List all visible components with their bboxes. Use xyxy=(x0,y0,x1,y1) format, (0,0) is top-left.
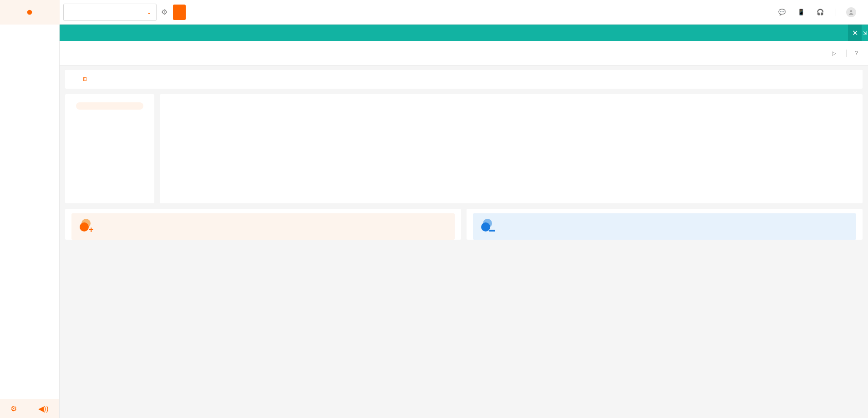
income-panel: + xyxy=(65,209,461,240)
try-plan-button[interactable] xyxy=(173,5,186,20)
expense-panel xyxy=(467,209,863,240)
collapse-icon[interactable]: ◀)) xyxy=(38,404,49,413)
query-row: 🗓 xyxy=(65,69,863,89)
close-all-tabs[interactable]: ✕ xyxy=(848,25,862,41)
headset-icon: 🎧 xyxy=(817,9,824,15)
sidebar: ⚙ ◀)) xyxy=(0,25,60,418)
tab-bar: ✕ ⇲ xyxy=(60,25,868,41)
svg-point-0 xyxy=(27,10,32,15)
app-download[interactable]: 📱 xyxy=(797,9,807,15)
chevron-down-icon: ⌄ xyxy=(147,9,152,15)
expense-icon xyxy=(478,216,498,236)
help-button[interactable]: ? xyxy=(855,50,860,56)
settings-icon[interactable]: ⚙ xyxy=(10,404,17,413)
expand-icon[interactable]: ⇲ xyxy=(862,25,868,41)
help-icon: ? xyxy=(855,50,858,56)
logo[interactable] xyxy=(0,0,60,25)
gear-icon[interactable]: ⚙ xyxy=(161,8,168,16)
video-help[interactable]: ▷ xyxy=(832,50,838,56)
avatar-icon xyxy=(846,7,856,17)
svg-point-3 xyxy=(80,222,89,232)
query-card: 🗓 xyxy=(65,69,863,89)
svg-point-1 xyxy=(850,10,853,12)
phone-icon: 📱 xyxy=(797,9,805,15)
line-chart xyxy=(170,104,853,200)
top-bar: ⌄ ⚙ 💬 📱 🎧 xyxy=(0,0,868,25)
sidebar-footer: ⚙ ◀)) xyxy=(0,399,59,418)
separator xyxy=(846,50,847,57)
user-menu[interactable] xyxy=(846,7,858,17)
separator xyxy=(836,9,836,16)
page-header: ▷ ? xyxy=(60,41,868,65)
top-right: 💬 📱 🎧 xyxy=(778,7,868,17)
summary-card xyxy=(65,94,154,203)
message-icon: 💬 xyxy=(778,9,786,15)
calendar-icon[interactable]: 🗓 xyxy=(82,76,88,82)
income-icon: + xyxy=(77,216,97,236)
online-service[interactable]: 🎧 xyxy=(817,9,826,15)
month-label xyxy=(76,102,143,110)
chart-card xyxy=(160,94,863,203)
svg-point-6 xyxy=(481,222,490,232)
svg-rect-7 xyxy=(489,230,495,232)
play-icon: ▷ xyxy=(832,50,836,56)
svg-text:+: + xyxy=(89,225,94,234)
tenant-select[interactable]: ⌄ xyxy=(63,4,157,21)
messages-button[interactable]: 💬 xyxy=(778,9,787,15)
